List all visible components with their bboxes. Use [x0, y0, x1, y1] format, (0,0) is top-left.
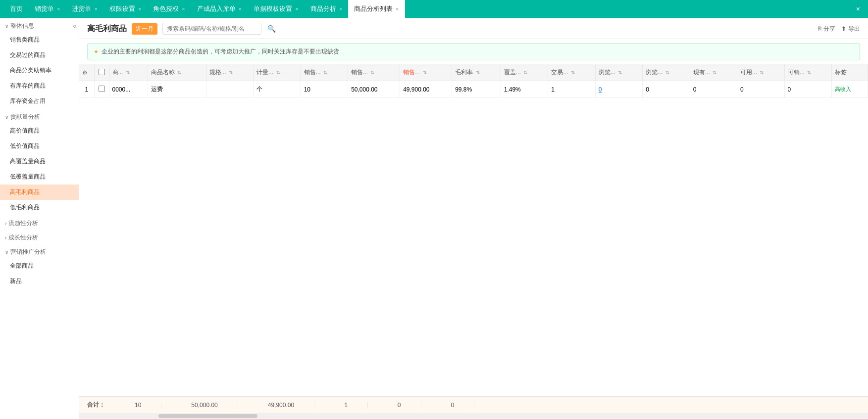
sidebar-group-trend[interactable]: › 流趋性分析: [0, 215, 79, 230]
td-coverage: 1.49%: [501, 81, 548, 98]
td-name: 运费: [148, 81, 206, 98]
nav-product-analysis-list[interactable]: 商品分析列表 ×: [348, 0, 405, 18]
sort-current-stock-icon: ⇅: [713, 70, 716, 75]
footer-sales-cost: 49,900.00: [248, 402, 314, 409]
sort-unit-icon: ⇅: [276, 70, 280, 75]
sidebar-item-stock-capital[interactable]: 库存资金占用: [0, 93, 79, 109]
td-sales-cost: 49,900.00: [400, 81, 452, 98]
th-unit[interactable]: 计量... ⇅: [254, 64, 301, 81]
sidebar-group-marketing[interactable]: ∨ 营销推广分析: [0, 244, 79, 258]
search-button[interactable]: 🔍: [266, 24, 277, 34]
window-close-button[interactable]: ×: [852, 5, 864, 13]
nav-template-settings[interactable]: 单据模板设置 ×: [248, 0, 304, 18]
th-transaction[interactable]: 交易... ⇅: [548, 64, 595, 81]
sidebar-item-sales-goods[interactable]: 销售类商品: [0, 32, 79, 47]
scrollbar-thumb[interactable]: [158, 414, 257, 418]
td-sales-amount: 50,000.00: [348, 81, 400, 98]
sidebar-item-low-margin[interactable]: 低毛利商品: [0, 200, 79, 215]
th-code[interactable]: 商... ⇅: [109, 64, 148, 81]
nav-permission[interactable]: 权限设置 ×: [103, 0, 147, 18]
sort-sales-cost-icon: ⇅: [423, 70, 427, 75]
sort-gross-margin-icon: ⇅: [476, 70, 480, 75]
sidebar-group-overall[interactable]: ∨ 整体信息: [0, 18, 79, 32]
th-sales-qty[interactable]: 销售... ⇅: [301, 64, 348, 81]
td-checkbox[interactable]: [94, 81, 109, 98]
sidebar-item-low-value[interactable]: 低价值商品: [0, 139, 79, 154]
period-button[interactable]: 近一月: [132, 23, 157, 35]
th-name[interactable]: 商品名称 ⇅: [148, 64, 206, 81]
select-all-checkbox[interactable]: [99, 69, 105, 75]
footer-sales-amount: 50,000.00: [171, 402, 238, 409]
close-sales-order[interactable]: ×: [57, 6, 60, 12]
td-transaction: 1: [548, 81, 595, 98]
share-icon: ⎘: [818, 25, 821, 32]
sidebar-group-growth[interactable]: › 成长性分析: [0, 230, 79, 244]
th-checkbox[interactable]: [94, 64, 109, 81]
close-purchase-order[interactable]: ×: [94, 6, 97, 12]
th-tag[interactable]: 标签: [832, 64, 868, 81]
share-button[interactable]: ⎘ 分享: [818, 25, 835, 33]
sort-browse1-icon: ⇅: [618, 70, 622, 75]
sidebar-group-contribution[interactable]: ∨ 贡献量分析: [0, 109, 79, 123]
sidebar-item-high-value[interactable]: 高价值商品: [0, 123, 79, 139]
td-gross-margin: 99.8%: [452, 81, 501, 98]
sort-browse2-icon: ⇅: [665, 70, 669, 75]
td-saleable-stock: 0: [784, 81, 831, 98]
sidebar-item-low-coverage[interactable]: 低覆盖量商品: [0, 169, 79, 185]
table-container[interactable]: ⚙ 商... ⇅ 商品名称 ⇅: [79, 64, 868, 396]
sidebar-item-high-margin[interactable]: 高毛利商品: [0, 185, 79, 200]
content-header: 高毛利商品 近一月 🔍 ⎘ 分享 ⬆ 导出: [79, 18, 868, 39]
th-sales-cost[interactable]: 销售... ⇅: [400, 64, 452, 81]
close-product-analysis[interactable]: ×: [339, 6, 342, 12]
th-spec[interactable]: 规格... ⇅: [206, 64, 253, 81]
sort-saleable-stock-icon: ⇅: [807, 70, 811, 75]
nav-product-stock[interactable]: 产成品入库单 ×: [191, 0, 248, 18]
sort-transaction-icon: ⇅: [571, 70, 575, 75]
td-browse2: 0: [643, 81, 690, 98]
table-body: 1 0000... 运费 个 10 50,000.00 49,900.00 99…: [79, 81, 868, 98]
close-product-stock[interactable]: ×: [239, 6, 242, 12]
nav-home[interactable]: 首页: [4, 0, 29, 18]
th-current-stock[interactable]: 现有... ⇅: [690, 64, 737, 81]
close-product-analysis-list[interactable]: ×: [396, 6, 399, 12]
close-permission[interactable]: ×: [138, 6, 141, 12]
th-available-stock[interactable]: 可用... ⇅: [737, 64, 784, 81]
tip-icon: ✦: [94, 48, 99, 55]
growth-arrow: ›: [5, 235, 6, 240]
trend-arrow: ›: [5, 221, 6, 226]
sidebar-item-all-goods[interactable]: 全部商品: [0, 258, 79, 274]
th-browse2[interactable]: 浏览... ⇅: [643, 64, 690, 81]
th-browse1[interactable]: 浏览... ⇅: [595, 64, 642, 81]
close-template-settings[interactable]: ×: [295, 6, 298, 12]
footer-available-stock: 0: [431, 402, 475, 409]
bottom-scrollbar[interactable]: [79, 413, 868, 419]
contribution-arrow: ∨: [5, 114, 8, 120]
sort-sales-amount-icon: ⇅: [370, 70, 374, 75]
sort-spec-icon: ⇅: [229, 70, 233, 75]
sort-coverage-icon: ⇅: [523, 70, 527, 75]
export-button[interactable]: ⬆ 导出: [841, 25, 860, 33]
th-saleable-stock[interactable]: 可销... ⇅: [784, 64, 831, 81]
nav-product-analysis[interactable]: 商品分析 ×: [305, 0, 348, 18]
sidebar-item-traded-goods[interactable]: 交易过的商品: [0, 47, 79, 63]
td-code: 0000...: [109, 81, 148, 98]
td-browse1[interactable]: 0: [595, 81, 642, 98]
nav-sales-order[interactable]: 销货单 ×: [29, 0, 66, 18]
nav-role-auth[interactable]: 角色授权 ×: [147, 0, 191, 18]
sidebar-item-high-coverage[interactable]: 高覆盖量商品: [0, 154, 79, 169]
th-setting[interactable]: ⚙: [79, 64, 94, 81]
main-layout: « ∨ 整体信息 销售类商品 交易过的商品 商品分类助销率 有库存的商品 库存资…: [0, 18, 868, 419]
th-gross-margin[interactable]: 毛利率 ⇅: [452, 64, 501, 81]
th-coverage[interactable]: 覆盖... ⇅: [501, 64, 548, 81]
sidebar-item-category-rate[interactable]: 商品分类助销率: [0, 63, 79, 78]
search-input[interactable]: [162, 23, 261, 35]
nav-purchase-order[interactable]: 进货单 ×: [66, 0, 103, 18]
sidebar-collapse-button[interactable]: «: [73, 22, 77, 30]
row-checkbox[interactable]: [99, 86, 105, 92]
export-icon: ⬆: [841, 25, 846, 32]
sidebar: « ∨ 整体信息 销售类商品 交易过的商品 商品分类助销率 有库存的商品 库存资…: [0, 18, 79, 419]
close-role-auth[interactable]: ×: [182, 6, 185, 12]
th-sales-amount[interactable]: 销售... ⇅: [348, 64, 400, 81]
sidebar-item-in-stock[interactable]: 有库存的商品: [0, 78, 79, 93]
sidebar-item-new-goods[interactable]: 新品: [0, 274, 79, 289]
